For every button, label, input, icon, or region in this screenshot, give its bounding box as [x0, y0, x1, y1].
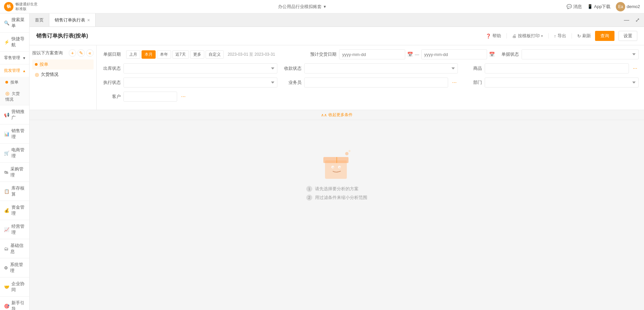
- help-btn[interactable]: ❓ 帮助: [486, 33, 501, 39]
- sidebar-section-retail: 零售管理 ▾: [0, 52, 29, 64]
- tab-bar-actions: — ⤢: [623, 16, 644, 24]
- filter-scheme-item-2[interactable]: ◎ 欠货情况: [32, 69, 94, 80]
- date-btn-year[interactable]: 本年: [157, 50, 171, 59]
- print-icon: 🖨: [512, 34, 517, 39]
- shortage-icon: ◎: [5, 91, 9, 96]
- refresh-btn[interactable]: ↻ 刷新: [577, 33, 591, 39]
- customer-input[interactable]: [123, 92, 177, 102]
- settings-btn[interactable]: 设置: [619, 31, 637, 41]
- filter-collapse-btn[interactable]: «: [86, 49, 94, 57]
- filter-item-salesperson: 业务员 ···: [283, 78, 458, 88]
- tab-home[interactable]: 首页: [30, 13, 49, 27]
- empty-text-list: 1 请先选择要分析的方案 2 用过滤条件来缩小分析范围: [306, 186, 367, 201]
- filter-item-exec: 执行状态: [102, 78, 277, 88]
- export-btn[interactable]: ↑ 导出: [554, 33, 567, 39]
- page-header: 销售订单执行表(按单) ❓ 帮助 🖨 按模板打印 ▾ ↑: [30, 27, 644, 45]
- sidebar-item-inventory[interactable]: 📋 库存核算: [0, 182, 29, 201]
- svg-point-4: [348, 150, 351, 152]
- date-btn-custom[interactable]: 自定义: [206, 50, 224, 59]
- calendar-icon-2[interactable]: 📅: [489, 52, 495, 57]
- logo-icon: 畅: [4, 2, 13, 11]
- sidebar-item-system[interactable]: ⚙ 系统管理: [0, 258, 29, 277]
- sidebar-item-ecommerce[interactable]: 🛒 电商管理: [0, 144, 29, 163]
- filter-add-btn[interactable]: +: [69, 49, 76, 57]
- calendar-icon-1[interactable]: 📅: [407, 52, 413, 57]
- svg-rect-1: [323, 157, 348, 163]
- filter-panel-body: 按以下方案查询 + ✎ « 按单 ◎: [30, 45, 644, 110]
- print-btn[interactable]: 🖨 按模板打印 ▾: [512, 33, 543, 39]
- divider3: [572, 33, 572, 39]
- filter-scheme-item-1[interactable]: 按单: [32, 59, 94, 69]
- top-bar-center[interactable]: 办公用品行业模拟账套 ▾: [278, 4, 326, 10]
- export-icon: ↑: [554, 34, 556, 39]
- company-name: 办公用品行业模拟账套: [278, 4, 322, 10]
- system-icon: ⚙: [4, 265, 8, 270]
- filter-scheme-title: 按以下方案查询: [32, 50, 63, 56]
- customer-picker-btn[interactable]: ···: [180, 94, 187, 100]
- tab-maximize-btn[interactable]: ⤢: [633, 16, 641, 24]
- collapse-bar[interactable]: ∧∧ 收起更多条件: [30, 110, 644, 120]
- filter-row-2: 出库状态 收款状态: [102, 63, 639, 73]
- expected-date-range: 📅 — 📅: [339, 49, 495, 59]
- salesperson-input[interactable]: [304, 78, 448, 88]
- top-bar-left: 畅 畅捷通好生意 标准版: [4, 2, 38, 11]
- app-icon: 📱: [587, 4, 593, 9]
- expected-date-start-input[interactable]: [339, 49, 405, 59]
- svg-point-3: [345, 152, 348, 155]
- goods-picker-btn[interactable]: ···: [632, 65, 639, 71]
- sidebar-item-operations[interactable]: 📈 经营管理: [0, 220, 29, 239]
- filter-left-header: 按以下方案查询 + ✎ «: [32, 49, 94, 57]
- filter-fields: 单据日期 上月 本月 本年 近7天 更多 自定义 2023-03-01 至 20…: [97, 45, 644, 110]
- refresh-icon: ↻: [577, 34, 581, 39]
- expected-date-label: 预计交货日期: [310, 51, 336, 57]
- sidebar-item-wholesale[interactable]: 批发管理 ▴: [0, 64, 29, 77]
- outbound-select[interactable]: [123, 63, 277, 73]
- app-download-btn[interactable]: 📱 App下载: [587, 4, 610, 10]
- sidebar-item-search[interactable]: 🔍 搜索菜单: [0, 13, 29, 33]
- sidebar-item-basicinfo[interactable]: 🗂 基础信息: [0, 239, 29, 258]
- filter-item-status: 单据状态: [500, 49, 639, 59]
- empty-svg: [320, 147, 354, 180]
- sidebar-sub-item-shortage[interactable]: ◎ 欠货情况: [0, 88, 29, 105]
- company-dropdown-icon[interactable]: ▾: [324, 4, 326, 9]
- tab-close-icon[interactable]: ×: [87, 18, 90, 22]
- date-btn-prev[interactable]: 上月: [126, 50, 140, 59]
- sidebar-item-retail[interactable]: 零售管理 ▾: [0, 52, 29, 64]
- status-select[interactable]: [522, 49, 639, 59]
- sidebar-item-marketing[interactable]: 📢 营销推广: [0, 105, 29, 124]
- sidebar-item-finance[interactable]: 💰 资金管理: [0, 201, 29, 220]
- filter-item-date: 单据日期 上月 本月 本年 近7天 更多 自定义 2023-03-01 至 20…: [102, 50, 305, 59]
- sidebar-item-quicknav[interactable]: ⚡ 快捷导航: [0, 33, 29, 52]
- message-btn[interactable]: 💬 消息: [567, 4, 582, 10]
- user-menu[interactable]: Ea demo2: [616, 2, 640, 11]
- filter-left-actions: + ✎ «: [69, 49, 94, 57]
- date-btn-more[interactable]: 更多: [190, 50, 204, 59]
- expected-date-end-input[interactable]: [421, 49, 487, 59]
- dept-select[interactable]: [485, 78, 639, 88]
- filter-edit-btn[interactable]: ✎: [77, 49, 85, 57]
- tab-sales-order[interactable]: 销售订单执行表 ×: [49, 13, 96, 27]
- goods-input[interactable]: [485, 63, 629, 73]
- date-btn-7days[interactable]: 近7天: [172, 50, 189, 59]
- outbound-label: 出库状态: [102, 65, 121, 71]
- goods-label: 商品: [463, 65, 482, 71]
- sidebar-item-collab[interactable]: 🤝 企业协同: [0, 277, 29, 297]
- sidebar-sub-item-sales[interactable]: 按单: [0, 77, 29, 88]
- ecommerce-icon: 🛒: [4, 151, 9, 156]
- dept-label: 部门: [463, 80, 482, 86]
- empty-illustration: [320, 147, 354, 180]
- tab-minimize-btn[interactable]: —: [623, 16, 631, 24]
- sidebar-item-salesmanage[interactable]: 📊 销售管理: [0, 124, 29, 144]
- collab-icon: 🤝: [4, 285, 9, 290]
- filter-item-dept: 部门: [463, 78, 639, 88]
- sidebar-item-guide[interactable]: 🎯 新手引导: [0, 297, 29, 310]
- query-btn[interactable]: 查询: [595, 31, 614, 41]
- sidebar-item-purchase[interactable]: 🛍 采购管理: [0, 163, 29, 182]
- exec-label: 执行状态: [102, 80, 121, 86]
- salesperson-picker-btn[interactable]: ···: [451, 80, 458, 86]
- payment-select[interactable]: [304, 63, 458, 73]
- customer-label: 客户: [102, 94, 121, 100]
- scheme-icon-2: ◎: [35, 72, 39, 77]
- exec-select[interactable]: [123, 78, 277, 88]
- date-btn-cur[interactable]: 本月: [142, 50, 156, 59]
